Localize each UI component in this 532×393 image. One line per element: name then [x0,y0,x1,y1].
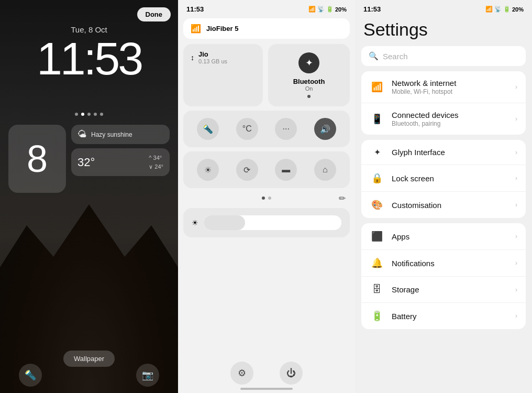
cc-brightness-bar[interactable]: ☀ [183,208,350,237]
battery-text: Battery [392,312,508,321]
dot-1 [75,113,78,116]
custom-chevron: › [515,201,517,209]
weather-desc: Hazy sunshine [91,131,132,138]
cc-quick-icons: 🔦 °C ··· 🔊 [183,111,350,147]
weather-bottom: 32° ^ 34° ∨ 24° [71,148,170,176]
cc-statusbar: 11:53 📶 📡 🔋 20% [178,0,355,15]
search-placeholder: Search [383,52,408,61]
temp-high: ^ 34° [149,154,163,162]
cc-page-dots [183,196,350,200]
notif-icon: 🔔 [370,257,384,269]
cc-dots-btn[interactable]: ··· [275,118,297,140]
camera-icon[interactable]: 📷 [136,364,159,387]
cc-power-btn[interactable]: ⏻ [280,362,303,385]
cc-home-btn[interactable]: ⌂ [314,159,336,181]
glyph-chevron: › [515,149,517,156]
cc-carrier: Jio [198,50,227,58]
connected-sub: Bluetooth, pairing [392,120,508,127]
connected-label: Connected devices [392,111,508,119]
settings-item-glyph[interactable]: ✦ Glyph Interface › [361,140,526,165]
settings-group-1: 📶 Network & internet Mobile, Wi-Fi, hots… [361,71,526,135]
dot-4 [94,113,97,116]
lockscreen-chevron: › [515,174,517,182]
torch-icon[interactable]: 🔦 [19,364,42,387]
lockscreen-label: Lock screen [392,174,508,183]
apps-text: Apps [392,232,508,241]
cc-wifi-icon2: 📶 [191,24,201,34]
cc-nfc-btn[interactable]: ▬ [275,159,297,181]
apps-chevron: › [515,233,517,240]
connected-chevron: › [515,115,517,123]
settings-item-notif[interactable]: 🔔 Notifications › [361,250,526,277]
settings-item-network[interactable]: 📶 Network & internet Mobile, Wi-Fi, hots… [361,71,526,103]
cc-sun-icon: ☀ [192,219,198,227]
cc-signal-icon: 📡 [317,6,325,13]
dot-2 [81,113,84,116]
cc-dot-2 [268,196,271,200]
battery-icon: 🔋 [370,310,384,322]
connected-text: Connected devices Bluetooth, pairing [392,111,508,127]
settings-title: Settings [355,15,532,46]
date-number: 8 [27,140,48,178]
settings-statusbar: 11:53 📶 📡 🔋 20% [355,0,532,15]
cc-data-usage: 0.13 GB us [198,58,227,64]
cc-bluetooth-tile[interactable]: ✦ Bluetooth On [268,44,350,106]
settings-group-3: ⬛ Apps › 🔔 Notifications › 🗄 Storage › [361,223,526,329]
notif-chevron: › [515,259,517,267]
date-widget: 8 [8,125,66,193]
settings-status-icons: 📶 📡 🔋 20% [485,6,524,13]
network-text: Network & internet Mobile, Wi-Fi, hotspo… [392,79,508,95]
cc-data-tile[interactable]: ↕ Jio 0.13 GB us [183,44,263,106]
lockscreen-panel: Done Tue, 8 Oct 11:53 8 🌤 Hazy sunshine … [0,0,178,393]
lockscreen-page-dots [0,113,178,116]
glyph-label: Glyph Interface [392,148,508,157]
settings-item-battery[interactable]: 🔋 Battery › [361,303,526,329]
cc-dot-1 [262,196,265,200]
apps-icon: ⬛ [370,231,384,242]
cc-brightness-slider[interactable] [204,215,341,230]
cc-time: 11:53 [186,5,204,13]
custom-label: Customisation [392,201,508,210]
apps-label: Apps [392,232,508,241]
settings-battery-icon: 🔋 [503,6,511,13]
cc-bt-dot [307,95,311,98]
settings-item-custom[interactable]: 🎨 Customisation › [361,192,526,218]
storage-icon: 🗄 [370,284,384,295]
cc-settings-btn[interactable]: ⚙ [230,362,253,385]
cc-tiles-row: ↕ Jio 0.13 GB us ✦ Bluetooth On [183,44,350,106]
storage-text: Storage [392,285,508,294]
dot-5 [100,113,103,116]
cc-status-icons: 📶 📡 🔋 20% [308,6,347,13]
battery-chevron: › [515,312,517,320]
glyph-icon: ✦ [370,147,384,157]
custom-icon: 🎨 [370,199,384,211]
lockscreen-bottom-icons: 🔦 📷 [0,364,178,387]
cc-volume-btn[interactable]: 🔊 [314,118,336,140]
cc-handle [240,388,293,390]
cc-bottom-buttons: ⚙ ⏻ [178,362,355,385]
cc-brightness-btn[interactable]: ☀ [197,159,219,181]
cc-brightness-fill [204,215,245,230]
lockscreen-text: Lock screen [392,174,508,183]
temp-current: 32° [77,156,95,169]
weather-widget: 🌤 Hazy sunshine 32° ^ 34° ∨ 24° [71,125,170,193]
custom-text: Customisation [392,201,508,210]
cc-temp-btn[interactable]: °C [236,118,258,140]
settings-wifi-icon: 📶 [485,6,493,13]
settings-time: 11:53 [363,5,381,13]
settings-item-lockscreen[interactable]: 🔒 Lock screen › [361,165,526,192]
settings-item-storage[interactable]: 🗄 Storage › [361,277,526,303]
notif-label: Notifications [392,259,508,268]
settings-item-apps[interactable]: ⬛ Apps › [361,223,526,250]
temp-low: ∨ 24° [149,162,163,171]
settings-search[interactable]: 🔍 Search [361,46,526,66]
done-button[interactable]: Done [137,7,171,21]
cc-torch-btn[interactable]: 🔦 [197,118,219,140]
settings-list: 📶 Network & internet Mobile, Wi-Fi, hots… [355,71,532,393]
cc-edit-icon[interactable]: ✏ [339,193,346,203]
cc-rotate-btn[interactable]: ⟳ [236,159,258,181]
cc-wifi-row[interactable]: 📶 JioFiber 5 [183,18,350,39]
storage-label: Storage [392,285,508,294]
lockscreen-icon: 🔒 [370,172,384,184]
settings-item-connected[interactable]: 📱 Connected devices Bluetooth, pairing › [361,103,526,135]
